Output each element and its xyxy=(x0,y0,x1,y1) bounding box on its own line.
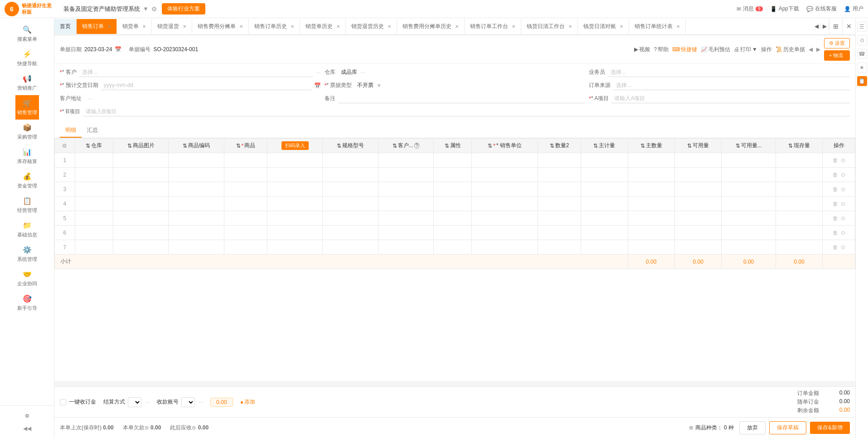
row-qty2-4[interactable] xyxy=(538,197,581,211)
row-spec-2[interactable] xyxy=(323,168,378,182)
row-main-qty-1[interactable] xyxy=(628,153,674,168)
row-customer-code-2[interactable] xyxy=(378,168,433,182)
row-available-3[interactable] xyxy=(674,182,721,197)
tab-8[interactable]: 销售费用分摊单历史✕ xyxy=(397,19,465,34)
row-unit-6[interactable] xyxy=(472,226,538,240)
tab-prev[interactable]: ◀ xyxy=(813,23,821,29)
table-wrap[interactable]: ⚙ ⇅ 仓库 ⇅ 商品图片 ⇅ 商品编码 ⇅ *商品 扫码录入 ⇅ 规格型号 ⇅… xyxy=(54,138,855,381)
row-copy-7[interactable]: ⊙ xyxy=(841,244,845,250)
b-project-input[interactable] xyxy=(83,107,850,116)
account-select[interactable] xyxy=(181,397,195,407)
tab-2[interactable]: 销货单✕ xyxy=(117,19,152,34)
warehouse-more-icon[interactable]: ··· xyxy=(361,69,365,76)
online-support-item[interactable]: 💬 在线客服 xyxy=(806,5,837,13)
row-product-4[interactable] xyxy=(224,197,267,211)
tab-close-3[interactable]: ✕ xyxy=(183,24,186,29)
nav-next[interactable]: ▶ xyxy=(816,46,820,53)
row-warehouse-2[interactable] xyxy=(75,168,113,182)
invoice-type-arrow[interactable]: ▼ xyxy=(376,82,382,89)
sidebar-item-6[interactable]: 💰资金管理 xyxy=(15,168,39,193)
row-stock-2[interactable] xyxy=(776,168,822,182)
row-delete-2[interactable]: 🗑 xyxy=(833,172,838,178)
row-warehouse-6[interactable] xyxy=(75,226,113,240)
app-download-item[interactable]: 📱 App下载 xyxy=(770,5,799,13)
row-warehouse-5[interactable] xyxy=(75,211,113,226)
user-item[interactable]: 👤 用户 xyxy=(844,5,863,13)
row-spec-7[interactable] xyxy=(323,240,378,255)
row-attr-2[interactable] xyxy=(433,168,471,182)
row-warehouse-4[interactable] xyxy=(75,197,113,211)
delivery-date-input[interactable] xyxy=(101,81,311,90)
a-project-input[interactable] xyxy=(611,94,850,103)
sidebar-item-2[interactable]: 📢营销推广 xyxy=(15,71,39,95)
note-input[interactable] xyxy=(338,94,586,103)
add-payment-btn[interactable]: ● 添加 xyxy=(240,398,255,406)
order-source-input[interactable] xyxy=(613,81,850,90)
row-available2-4[interactable] xyxy=(722,197,776,211)
row-spec-1[interactable] xyxy=(323,153,378,168)
tab-expand[interactable]: ⊞ xyxy=(829,18,842,34)
row-warehouse-3[interactable] xyxy=(75,182,113,197)
th-warehouse[interactable]: ⇅ 仓库 xyxy=(75,139,113,153)
rp-orange-btn[interactable]: 📋 xyxy=(857,76,867,86)
row-warehouse-1[interactable] xyxy=(75,153,113,168)
sidebar-item-8[interactable]: 📁基础信息 xyxy=(15,217,39,242)
row-available-5[interactable] xyxy=(674,211,721,226)
row-unit-3[interactable] xyxy=(472,182,538,197)
row-copy-5[interactable]: ⊙ xyxy=(841,215,845,221)
video-btn[interactable]: ▶ 视频 xyxy=(634,46,650,53)
row-available-7[interactable] xyxy=(674,240,721,255)
shortcut-btn[interactable]: ⌨ 快捷键 xyxy=(672,46,697,53)
discard-button[interactable]: 放弃 xyxy=(739,421,766,434)
th-attr[interactable]: ⇅ 属性 xyxy=(433,139,471,153)
row-main-qty-4[interactable] xyxy=(628,197,674,211)
row-customer-code-1[interactable] xyxy=(378,153,433,168)
row-code-3[interactable] xyxy=(169,182,224,197)
th-main-unit[interactable]: ⇅ 主计量 xyxy=(581,139,628,153)
profit-btn[interactable]: 📈 毛利预估 xyxy=(701,46,730,53)
tab-close-10[interactable]: ✕ xyxy=(568,24,572,29)
row-attr-7[interactable] xyxy=(433,240,471,255)
th-code[interactable]: ⇅ 商品编码 xyxy=(169,139,224,153)
tab-1[interactable]: 销售订单✕ xyxy=(77,19,117,34)
row-code-2[interactable] xyxy=(169,168,224,182)
tab-9[interactable]: 销售订单工作台✕ xyxy=(465,19,521,34)
row-customer-code-7[interactable] xyxy=(378,240,433,255)
row-available2-1[interactable] xyxy=(722,153,776,168)
dropdown-icon[interactable]: ▼ xyxy=(143,5,149,12)
th-spec[interactable]: ⇅ 规格型号 xyxy=(323,139,378,153)
row-available2-6[interactable] xyxy=(722,226,776,240)
message-item[interactable]: ✉ 消息 9 xyxy=(737,5,763,13)
row-stock-1[interactable] xyxy=(776,153,822,168)
sidebar-item-9[interactable]: ⚙️系统管理 xyxy=(15,242,39,266)
tab-close-9[interactable]: ✕ xyxy=(512,24,515,29)
row-available2-7[interactable] xyxy=(722,240,776,255)
tab-detail[interactable]: 明细 xyxy=(60,124,82,138)
date-picker-icon[interactable]: 📅 xyxy=(115,46,121,53)
th-product[interactable]: ⇅ *商品 xyxy=(224,139,267,153)
row-unit-1[interactable] xyxy=(472,153,538,168)
row-main-unit-2[interactable] xyxy=(581,168,628,182)
sidebar-settings[interactable]: ⚙ xyxy=(0,409,54,423)
row-stock-4[interactable] xyxy=(776,197,822,211)
sidebar-item-0[interactable]: 🔍搜索菜单 xyxy=(15,22,39,46)
customer-more-icon[interactable]: ··· xyxy=(316,69,321,76)
salesperson-input[interactable] xyxy=(608,67,850,77)
tab-0[interactable]: 首页 xyxy=(54,19,77,34)
tab-6[interactable]: 销货单历史✕ xyxy=(300,19,346,34)
sidebar-item-7[interactable]: 📋经营管理 xyxy=(15,193,39,217)
row-qty2-7[interactable] xyxy=(538,240,581,255)
sidebar-toggle[interactable]: ◀◀ xyxy=(20,423,34,434)
row-stock-7[interactable] xyxy=(776,240,822,255)
row-delete-7[interactable]: 🗑 xyxy=(833,244,838,250)
th-main-qty[interactable]: ⇅ 主数量 xyxy=(628,139,674,153)
row-code-4[interactable] xyxy=(169,197,224,211)
tab-close-all[interactable]: ✕ xyxy=(842,18,855,34)
scan-button[interactable]: 扫码录入 xyxy=(281,141,309,150)
row-stock-6[interactable] xyxy=(776,226,822,240)
row-qty2-1[interactable] xyxy=(538,153,581,168)
row-main-unit-3[interactable] xyxy=(581,182,628,197)
tab-10[interactable]: 钱货日清工作台✕ xyxy=(521,19,578,34)
tab-close-8[interactable]: ✕ xyxy=(455,24,459,29)
horizontal-scrollbar[interactable] xyxy=(54,381,855,386)
